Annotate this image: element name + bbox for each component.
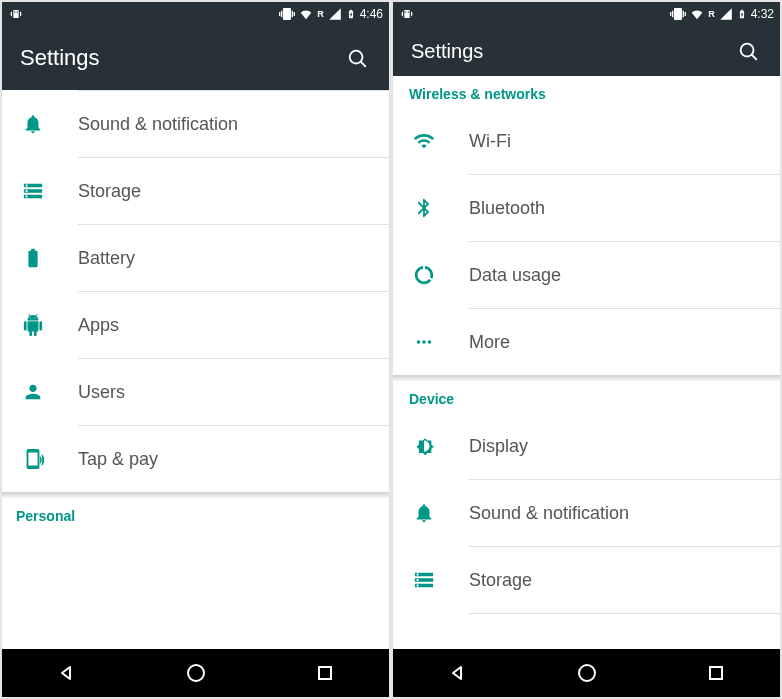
- wifi-icon: [413, 130, 435, 152]
- item-label: Sound & notification: [78, 114, 238, 135]
- clock: 4:46: [360, 7, 383, 21]
- android-icon: [22, 314, 44, 336]
- vibrate-icon: [279, 6, 295, 22]
- debug-icon: [8, 6, 24, 22]
- item-label: More: [469, 332, 510, 353]
- recent-icon: [704, 661, 728, 685]
- roaming-indicator: R: [708, 9, 715, 19]
- search-icon: [346, 47, 368, 69]
- item-bluetooth[interactable]: Bluetooth: [393, 175, 780, 241]
- back-icon: [446, 661, 470, 685]
- home-icon: [184, 661, 208, 685]
- item-data-usage[interactable]: Data usage: [393, 242, 780, 308]
- tap-pay-icon: [22, 448, 44, 470]
- vibrate-icon: [670, 6, 686, 22]
- search-button[interactable]: [734, 37, 762, 65]
- item-tap-pay[interactable]: Tap & pay: [2, 426, 389, 492]
- nav-home[interactable]: [567, 653, 607, 693]
- search-button[interactable]: [343, 44, 371, 72]
- page-title: Settings: [411, 40, 483, 63]
- item-label: Storage: [469, 570, 532, 591]
- battery-charging-icon: [346, 6, 356, 22]
- item-display[interactable]: Display: [393, 413, 780, 479]
- item-battery[interactable]: Battery: [2, 225, 389, 291]
- clock: 4:32: [751, 7, 774, 21]
- battery-charging-icon: [737, 6, 747, 22]
- settings-list: Wireless & networks Wi-Fi Bluetooth Data…: [393, 76, 780, 649]
- nav-back[interactable]: [47, 653, 87, 693]
- brightness-icon: [413, 435, 435, 457]
- item-users[interactable]: Users: [2, 359, 389, 425]
- nav-back[interactable]: [438, 653, 478, 693]
- item-label: Users: [78, 382, 125, 403]
- nav-recent[interactable]: [305, 653, 345, 693]
- item-label: Display: [469, 436, 528, 457]
- bluetooth-icon: [413, 197, 435, 219]
- item-label: Sound & notification: [469, 503, 629, 524]
- item-label: Wi-Fi: [469, 131, 511, 152]
- bell-icon: [22, 113, 44, 135]
- signal-icon: [719, 7, 733, 21]
- item-wifi[interactable]: Wi-Fi: [393, 108, 780, 174]
- item-label: Tap & pay: [78, 449, 158, 470]
- home-icon: [575, 661, 599, 685]
- app-bar: Settings: [393, 26, 780, 76]
- roaming-indicator: R: [317, 9, 324, 19]
- status-bar: R 4:32: [393, 2, 780, 26]
- bell-icon: [413, 502, 435, 524]
- item-apps[interactable]: Apps: [2, 292, 389, 358]
- more-icon: [413, 331, 435, 353]
- search-icon: [737, 40, 759, 62]
- phone-left: R 4:46 Settings Sound & notification Sto…: [2, 2, 389, 697]
- wifi-status-icon: [299, 7, 313, 21]
- section-wireless: Wireless & networks: [393, 76, 780, 108]
- wifi-status-icon: [690, 7, 704, 21]
- storage-icon: [22, 180, 44, 202]
- item-storage[interactable]: Storage: [2, 158, 389, 224]
- section-device: Device: [393, 381, 780, 413]
- nav-home[interactable]: [176, 653, 216, 693]
- user-icon: [22, 381, 44, 403]
- item-label: Data usage: [469, 265, 561, 286]
- section-personal: Personal: [2, 498, 389, 530]
- nav-bar: [393, 649, 780, 697]
- item-label: Apps: [78, 315, 119, 336]
- item-storage[interactable]: Storage: [393, 547, 780, 613]
- signal-icon: [328, 7, 342, 21]
- item-label: Battery: [78, 248, 135, 269]
- page-title: Settings: [20, 45, 100, 71]
- item-sound[interactable]: Sound & notification: [393, 480, 780, 546]
- data-usage-icon: [413, 264, 435, 286]
- item-sound[interactable]: Sound & notification: [2, 91, 389, 157]
- nav-bar: [2, 649, 389, 697]
- storage-icon: [413, 569, 435, 591]
- nav-recent[interactable]: [696, 653, 736, 693]
- debug-icon: [399, 6, 415, 22]
- status-bar: R 4:46: [2, 2, 389, 26]
- phone-right: R 4:32 Settings Wireless & networks Wi-F…: [393, 2, 780, 697]
- recent-icon: [313, 661, 337, 685]
- item-label: Storage: [78, 181, 141, 202]
- item-label: Bluetooth: [469, 198, 545, 219]
- battery-icon: [22, 247, 44, 269]
- back-icon: [55, 661, 79, 685]
- app-bar: Settings: [2, 26, 389, 90]
- item-more[interactable]: More: [393, 309, 780, 375]
- settings-list: Sound & notification Storage Battery App…: [2, 90, 389, 649]
